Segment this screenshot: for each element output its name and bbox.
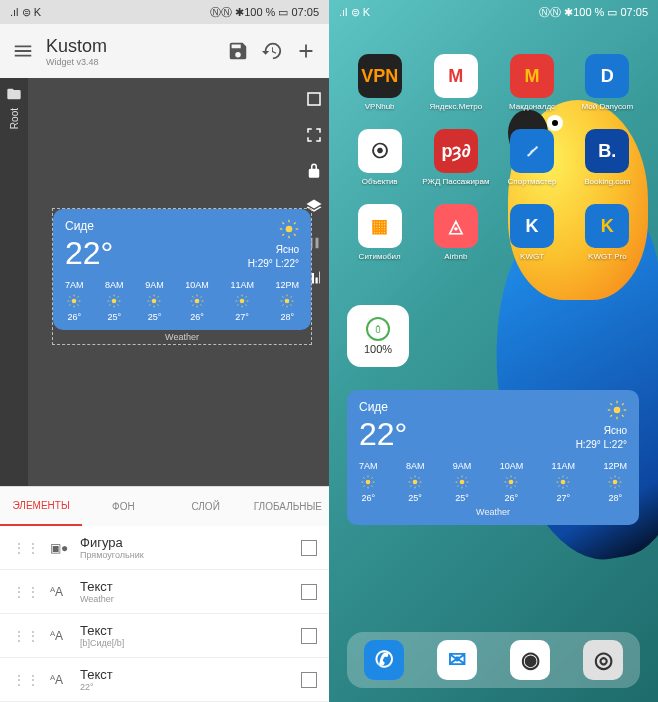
lock-icon[interactable] <box>305 162 323 180</box>
svg-line-26 <box>110 305 111 306</box>
svg-line-74 <box>622 403 624 405</box>
app-Яндекс.Метро[interactable]: МЯндекс.Метро <box>422 54 489 111</box>
app-icon: ⟋ <box>510 129 554 173</box>
hour-col: 11AM27° <box>552 461 576 503</box>
battery-circle-icon <box>366 317 390 341</box>
svg-line-73 <box>610 415 612 417</box>
drag-handle-icon[interactable]: ⋮⋮ <box>12 584 40 600</box>
dock-messages[interactable]: ✉ <box>437 640 477 680</box>
app-icon: ⦿ <box>358 129 402 173</box>
rail-left: Root <box>0 78 28 486</box>
svg-line-92 <box>419 477 420 478</box>
app-icon: D <box>585 54 629 98</box>
svg-line-81 <box>372 486 373 487</box>
svg-line-52 <box>246 305 247 306</box>
folder-icon[interactable] <box>6 86 22 102</box>
element-row[interactable]: ⋮⋮ᴬAТекстWeather <box>0 570 329 614</box>
element-row[interactable]: ⋮⋮ᴬAТекст[b]Сиде[/b] <box>0 614 329 658</box>
weather-widget-home[interactable]: Сиде 22° Ясно H:29° L:22° 7AM26°8AM25°9A… <box>347 390 639 525</box>
app-РЖД Пассажирам[interactable]: pȝ∂РЖД Пассажирам <box>422 129 489 186</box>
checkbox[interactable] <box>301 540 317 556</box>
chrome-icon: ◉ <box>510 640 550 680</box>
app-Объектив[interactable]: ⦿Объектив <box>347 129 412 186</box>
svg-line-72 <box>622 415 624 417</box>
svg-line-101 <box>466 477 467 478</box>
element-row[interactable]: ⋮⋮ᴬAТекст22° <box>0 658 329 702</box>
app-KWGT[interactable]: KKWGT <box>499 204 564 261</box>
app-Airbnb[interactable]: ◬Airbnb <box>422 204 489 261</box>
svg-line-25 <box>118 305 119 306</box>
fullscreen-icon[interactable] <box>305 126 323 144</box>
widget-frame[interactable]: Сиде 22° Ясно H:29° L:22° 7AM26°8AM25°9A… <box>52 208 312 345</box>
svg-point-10 <box>72 299 77 304</box>
app-subtitle: Widget v3.48 <box>46 57 215 67</box>
app-icon: pȝ∂ <box>434 129 478 173</box>
add-icon[interactable] <box>295 40 317 62</box>
hour-col: 10AM26° <box>185 280 209 322</box>
svg-point-93 <box>460 480 465 485</box>
svg-line-24 <box>110 296 111 297</box>
svg-line-83 <box>372 477 373 478</box>
dock-phone[interactable]: ✆ <box>364 640 404 680</box>
svg-line-116 <box>559 477 560 478</box>
dock-chrome[interactable]: ◉ <box>510 640 550 680</box>
checkbox[interactable] <box>301 584 317 600</box>
tabs: ЭЛЕМЕНТЫ ФОН СЛОЙ ГЛОБАЛЬНЫЕ <box>0 486 329 526</box>
app-KWGT Pro[interactable]: KKWGT Pro <box>575 204 640 261</box>
canvas-main[interactable]: Сиде 22° Ясно H:29° L:22° 7AM26°8AM25°9A… <box>28 78 329 486</box>
svg-line-17 <box>70 305 71 306</box>
svg-line-71 <box>610 403 612 405</box>
canvas-area: Root Сиде 22° <box>0 78 329 486</box>
menu-icon[interactable] <box>12 40 34 62</box>
app-Мой Danycom[interactable]: DМой Danycom <box>575 54 640 111</box>
app-Ситимобил[interactable]: ▦Ситимобил <box>347 204 412 261</box>
svg-line-27 <box>118 296 119 297</box>
hour-col: 12PM28° <box>275 280 299 322</box>
weather-temp: 22° <box>359 416 407 453</box>
battery-widget[interactable]: 100% <box>347 305 409 367</box>
svg-line-100 <box>457 486 458 487</box>
widget-label: Weather <box>53 330 311 342</box>
app-icon: ◬ <box>434 204 478 248</box>
svg-line-99 <box>466 486 467 487</box>
svg-point-28 <box>152 299 157 304</box>
element-row[interactable]: ⋮⋮▣●ФигураПрямоугольник <box>0 526 329 570</box>
statusbar-home: .ıl ⊜ K ⓃⓃ ✱100 % ▭ 07:05 <box>329 0 658 24</box>
drag-handle-icon[interactable]: ⋮⋮ <box>12 672 40 688</box>
svg-line-43 <box>201 305 202 306</box>
history-icon[interactable] <box>261 40 283 62</box>
checkbox[interactable] <box>301 672 317 688</box>
app-icon: K <box>585 204 629 248</box>
checkbox[interactable] <box>301 628 317 644</box>
weather-cond: Ясно <box>248 243 299 257</box>
app-Спортмастер[interactable]: ⟋Спортмастер <box>499 129 564 186</box>
dock-camera[interactable]: ◎ <box>583 640 623 680</box>
svg-point-55 <box>285 299 290 304</box>
tab-elements[interactable]: ЭЛЕМЕНТЫ <box>0 487 82 526</box>
svg-line-33 <box>150 296 151 297</box>
app-icon: M <box>510 54 554 98</box>
save-icon[interactable] <box>227 40 249 62</box>
svg-line-34 <box>158 305 159 306</box>
status-left: .ıl ⊜ K <box>10 6 41 19</box>
app-VPNhub[interactable]: VPNVPNhub <box>347 54 412 111</box>
type-icon: ▣● <box>50 541 70 555</box>
drag-handle-icon[interactable]: ⋮⋮ <box>12 628 40 644</box>
drag-handle-icon[interactable]: ⋮⋮ <box>12 540 40 556</box>
type-icon: ᴬA <box>50 585 70 599</box>
tab-bg[interactable]: ФОН <box>82 487 164 526</box>
root-label[interactable]: Root <box>9 108 20 129</box>
svg-line-127 <box>611 486 612 487</box>
weather-label: Weather <box>359 503 627 517</box>
app-Макдоналдс[interactable]: MМакдоналдс <box>499 54 564 111</box>
svg-point-84 <box>413 480 418 485</box>
app-Booking.com[interactable]: B.Booking.com <box>575 129 640 186</box>
sun-icon <box>607 400 627 420</box>
svg-rect-64 <box>376 327 379 333</box>
svg-line-110 <box>515 477 516 478</box>
tab-layer[interactable]: СЛОЙ <box>165 487 247 526</box>
square-icon[interactable] <box>305 90 323 108</box>
tab-global[interactable]: ГЛОБАЛЬНЫЕ <box>247 487 329 526</box>
statusbar: .ıl ⊜ K ⓃⓃ ✱100 % ▭ 07:05 <box>0 0 329 24</box>
dock: ✆✉◉◎ <box>347 632 640 688</box>
